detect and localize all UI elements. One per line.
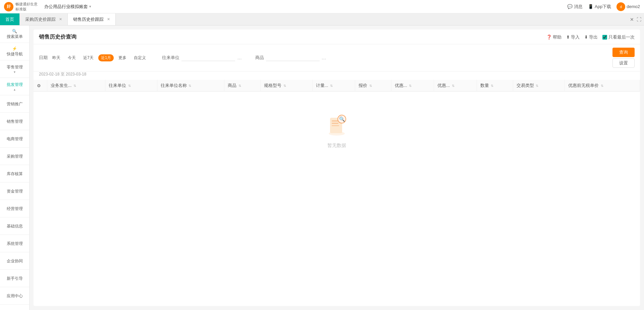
th-discount1[interactable]: 优惠... ⇅ — [391, 80, 434, 92]
app-logo-icon: 好 — [4, 2, 13, 11]
sort-icon: ⇅ — [536, 84, 538, 88]
only-last-label[interactable]: 只看最后一次 — [602, 34, 635, 40]
sort-icon: ⇅ — [491, 84, 493, 88]
page-header: 销售历史价查询 ❓ 帮助 ⬆ 导入 ⬇ 导出 — [34, 30, 640, 44]
date-filter-group: 日期 昨天 今天 近7天 近1月 更多 自定义 — [39, 54, 149, 61]
query-button[interactable]: 查询 — [612, 48, 635, 57]
page-card: 销售历史价查询 ❓ 帮助 ⬆ 导入 ⬇ 导出 — [34, 30, 640, 306]
date-btn-last7days[interactable]: 近7天 — [80, 54, 96, 61]
tab-bar-actions: ✕ ⛶ — [627, 13, 644, 25]
import-icon: ⬆ — [566, 35, 570, 40]
product-filter-dots[interactable]: ... — [322, 55, 326, 61]
sidebar-item-ecommerce[interactable]: 电商管理 — [0, 130, 29, 148]
sidebar-item-marketing[interactable]: 营销推广 — [0, 95, 29, 113]
user-area[interactable]: d demo2 — [616, 2, 640, 11]
th-product[interactable]: 商品 ⇅ — [224, 80, 261, 92]
data-table: ⚙ 业务发生... ⇅ 往来单位 ⇅ 往来单位名称 — [34, 80, 640, 92]
content-area: 销售历史价查询 ❓ 帮助 ⬆ 导入 ⬇ 导出 — [30, 25, 644, 310]
sidebar-item-app-center[interactable]: 应用中心 — [0, 287, 29, 305]
message-button[interactable]: 💬 消息 — [567, 4, 583, 10]
close-window-icon[interactable]: ✕ — [630, 17, 634, 22]
th-partner-name[interactable]: 往来单位名称 ⇅ — [157, 80, 224, 92]
tab-close-purchase[interactable]: ✕ — [59, 17, 62, 21]
help-icon: ❓ — [546, 35, 552, 40]
chevron-down-icon: ▾ — [14, 70, 15, 74]
tab-close-sales[interactable]: ✕ — [107, 17, 110, 21]
th-price[interactable]: 报价 ⇅ — [355, 80, 391, 92]
message-icon: 💬 — [567, 4, 573, 9]
sidebar-item-wholesale[interactable]: 批发管理 ▴ — [0, 78, 29, 95]
svg-rect-3 — [332, 123, 338, 124]
chevron-up-icon: ▴ — [14, 88, 15, 91]
export-icon: ⬇ — [584, 35, 588, 40]
logo-area: 好 畅捷通好生意 标准版 — [4, 2, 38, 11]
sidebar-item-sales-mgmt[interactable]: 销售管理 — [0, 113, 29, 130]
partner-filter-group: 往来单位 ... — [162, 54, 241, 61]
th-spec[interactable]: 规格型号 ⇅ — [261, 80, 312, 92]
export-button[interactable]: ⬇ 导出 — [584, 34, 598, 40]
sort-icon: ⇅ — [369, 84, 372, 88]
download-icon: 📱 — [588, 4, 593, 9]
app-selector[interactable]: 办公用品行业模拟账套 ▾ — [44, 4, 91, 10]
sidebar-item-quick-nav[interactable]: ⚡ 快捷导航 — [0, 43, 29, 60]
svg-text:🔍: 🔍 — [339, 116, 345, 122]
top-bar: 好 畅捷通好生意 标准版 办公用品行业模拟账套 ▾ 💬 消息 📱 App下载 d… — [0, 0, 644, 13]
maximize-icon[interactable]: ⛶ — [637, 17, 641, 22]
date-btn-custom[interactable]: 自定义 — [131, 54, 149, 61]
sort-icon: ⇅ — [409, 84, 412, 88]
date-btn-yesterday[interactable]: 昨天 — [50, 54, 63, 61]
sidebar-item-system[interactable]: 系统管理 — [0, 235, 29, 252]
th-quantity[interactable]: 数量 ⇅ — [477, 80, 513, 92]
sidebar-item-basic-info[interactable]: 基础信息 — [0, 217, 29, 235]
svg-rect-4 — [332, 125, 339, 126]
sidebar-item-guide[interactable]: 新手引导 — [0, 270, 29, 287]
sidebar-item-operations[interactable]: 经营管理 — [0, 200, 29, 217]
sidebar-item-finance[interactable]: 资金管理 — [0, 183, 29, 200]
sort-icon: ⇅ — [601, 84, 603, 88]
settings-col-icon[interactable]: ⚙ — [37, 83, 41, 88]
sort-icon: ⇅ — [452, 84, 454, 88]
tab-sales-history[interactable]: 销售历史价跟踪 ✕ — [68, 13, 116, 25]
import-button[interactable]: ⬆ 导入 — [566, 34, 580, 40]
date-btn-more[interactable]: 更多 — [116, 54, 129, 61]
partner-filter-input[interactable] — [181, 54, 235, 61]
empty-text: 暂无数据 — [327, 143, 346, 149]
sidebar-item-enterprise[interactable]: 企业协同 — [0, 252, 29, 270]
th-partner-code[interactable]: 往来单位 ⇅ — [105, 80, 157, 92]
date-btn-today[interactable]: 今天 — [65, 54, 78, 61]
tab-home[interactable]: 首页 — [0, 13, 20, 25]
date-btn-last1month[interactable]: 近1月 — [98, 54, 114, 61]
partner-filter-dots[interactable]: ... — [237, 55, 241, 61]
search-icon: 🔍 — [12, 29, 17, 34]
sidebar-item-purchase[interactable]: 采购管理 — [0, 148, 29, 165]
th-pretax-price[interactable]: 优惠前无税单价 ⇅ — [565, 80, 640, 92]
th-unit[interactable]: 计量... ⇅ — [312, 80, 355, 92]
settings-button[interactable]: 设置 — [612, 58, 635, 68]
table-container[interactable]: ⚙ 业务发生... ⇅ 往来单位 ⇅ 往来单位名称 — [34, 80, 640, 306]
th-trade-type[interactable]: 交易类型 ⇅ — [513, 80, 565, 92]
filter-bar: 日期 昨天 今天 近7天 近1月 更多 自定义 往来单位 ... 商品 ... — [34, 44, 640, 71]
empty-state: 🔍 暂无数据 — [34, 92, 640, 169]
th-settings[interactable]: ⚙ — [34, 80, 47, 92]
app-download-button[interactable]: 📱 App下载 — [588, 4, 611, 10]
sort-icon: ⇅ — [283, 84, 286, 88]
product-filter-input[interactable] — [266, 54, 320, 61]
help-button[interactable]: ❓ 帮助 — [546, 34, 561, 40]
action-buttons: 查询 设置 — [612, 48, 635, 68]
tab-bar: 首页 采购历史价跟踪 ✕ 销售历史价跟踪 ✕ ✕ ⛶ — [0, 13, 644, 25]
sort-icon: ⇅ — [128, 84, 131, 88]
sort-icon: ⇅ — [73, 84, 76, 88]
only-last-checkbox[interactable] — [602, 35, 607, 40]
chevron-down-icon: ▾ — [89, 4, 91, 9]
page-title: 销售历史价查询 — [39, 34, 76, 41]
tab-purchase-history[interactable]: 采购历史价跟踪 ✕ — [20, 13, 68, 25]
sort-icon: ⇅ — [330, 84, 333, 88]
th-discount2[interactable]: 优惠... ⇅ — [434, 80, 477, 92]
sidebar-item-inventory[interactable]: 库存核算 — [0, 165, 29, 183]
sidebar-item-retail[interactable]: 零售管理 ▾ — [0, 60, 29, 78]
th-business-date[interactable]: 业务发生... ⇅ — [47, 80, 105, 92]
sidebar-item-search[interactable]: 🔍 搜索菜单 — [0, 25, 29, 43]
sort-icon: ⇅ — [189, 84, 191, 88]
table-header: ⚙ 业务发生... ⇅ 往来单位 ⇅ 往来单位名称 — [34, 80, 640, 92]
sidebar-item-wechat[interactable]: 企业微信 — [0, 305, 29, 310]
